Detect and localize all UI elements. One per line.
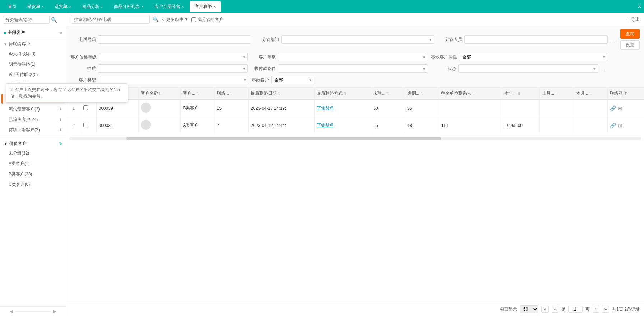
sidebar-search-icon[interactable]: 🔍 <box>51 17 57 23</box>
sidebar-item-b-class[interactable]: B类客户(33) <box>1 169 65 179</box>
col-type[interactable]: 客户... ⇅ <box>181 88 214 100</box>
close-icon[interactable]: × <box>42 4 44 9</box>
row-last-month-1 <box>540 100 574 117</box>
tab-home[interactable]: 首页 <box>3 1 22 12</box>
dept-select[interactable] <box>281 35 434 44</box>
close-icon[interactable]: × <box>101 4 103 9</box>
export-button[interactable]: ↑ 导出 <box>628 16 640 23</box>
search-button[interactable]: 🔍 <box>153 16 159 22</box>
left-arrow-icon[interactable]: ◀ <box>10 309 13 314</box>
filter-bar: 🔍 ▽ 更多条件 ▼ 我分管的客户 ↑ 导出 <box>66 13 644 26</box>
info-icon[interactable]: ℹ <box>60 117 61 122</box>
grade-label: 客户等级 <box>251 54 276 60</box>
contact-way-link[interactable]: 下销货单 <box>317 123 334 128</box>
close-icon[interactable]: × <box>213 4 216 9</box>
tab-sales-order[interactable]: 销货单 × <box>22 1 49 12</box>
per-page-select[interactable]: 50 100 200 <box>520 305 538 313</box>
right-arrow-icon[interactable]: ▶ <box>53 309 56 314</box>
arrow-icon: ▼ <box>4 141 8 146</box>
tab-product-analysis-list[interactable]: 商品分析列表 × <box>109 1 148 12</box>
col-this-year[interactable]: 本年... ⇅ <box>502 88 539 100</box>
query-button[interactable]: 查询 <box>620 29 640 39</box>
col-this-month[interactable]: 本月... ⇅ <box>574 88 607 100</box>
col-last-month[interactable]: 上月... ⇅ <box>540 88 574 100</box>
tab-product-analysis[interactable]: 商品分析 × <box>77 1 108 12</box>
sort-icon: ⇅ <box>472 91 475 95</box>
close-icon[interactable]: × <box>182 4 184 9</box>
row-last-contact-way-1[interactable]: 下销货单 <box>315 100 371 117</box>
edit-icon[interactable]: ✎ <box>59 141 62 146</box>
content-area: 🔍 ▽ 更多条件 ▼ 我分管的客户 ↑ 导出 电话号码 <box>66 13 644 316</box>
scroll-thumb[interactable] <box>126 137 441 140</box>
status-select[interactable] <box>458 64 598 73</box>
sidebar-item-c-class[interactable]: C类客户(6) <box>1 180 65 189</box>
sidebar-item-a-class[interactable]: A类客户(1) <box>1 159 65 169</box>
row-last-contact-way-2[interactable]: 下销货单 <box>315 117 371 134</box>
table-row: 2 000031 A类客户 7 2023-04-12 14:44: 下销货单 5… <box>66 117 644 134</box>
next-page-button[interactable]: › <box>593 306 599 313</box>
col-uncontacted[interactable]: 未联... ⇅ <box>371 88 405 100</box>
grid-action-icon[interactable]: ⊞ <box>618 105 622 111</box>
more-conditions-button[interactable]: ▽ 更多条件 ▼ <box>162 16 189 23</box>
close-icon[interactable]: × <box>141 4 143 9</box>
top-navigation: 首页 销货单 × 进货单 × 商品分析 × 商品分析列表 × 客户分层经营 × … <box>0 0 644 13</box>
sidebar-search-input[interactable] <box>3 16 50 24</box>
row-checkbox-2[interactable] <box>81 117 96 134</box>
prev-page-button[interactable]: ‹ <box>552 306 558 313</box>
grade-select[interactable] <box>278 53 428 61</box>
first-page-button[interactable]: « <box>541 306 549 313</box>
link-action-icon[interactable]: 🔗 <box>610 105 616 111</box>
col-last-contact-way[interactable]: 最后联络方式 ⇅ <box>315 88 371 100</box>
col-contacts[interactable]: 往来单位联系人 ⇅ <box>439 88 502 100</box>
my-customers-checkbox[interactable] <box>191 17 196 22</box>
sidebar-item-ungrouped[interactable]: 未分组(32) <box>1 148 65 158</box>
info-icon[interactable]: ℹ <box>60 107 61 112</box>
phone-input[interactable] <box>98 35 251 44</box>
value-section-title: ▼ 价值客户 ✎ <box>0 138 66 148</box>
row-action-2: 🔗 ⊞ <box>607 117 644 134</box>
sidebar-item-lost[interactable]: 已流失客户(24) ℹ <box>1 115 65 124</box>
tab-customer-contact[interactable]: 客户联络 × <box>190 1 221 12</box>
contact-way-link[interactable]: 下销货单 <box>317 105 334 110</box>
person-input[interactable] <box>464 35 608 44</box>
sidebar-all-customers-header: ■ 全部客户 » <box>0 27 66 39</box>
gender-select[interactable] <box>98 64 248 73</box>
filter-row-4: 客户类型 ▼ 零散客户 全部 ▼ <box>71 76 640 84</box>
sort-icon: ⇅ <box>386 91 389 95</box>
row-last-month-2 <box>540 117 574 134</box>
retail-customer-select[interactable]: 全部 <box>271 76 314 84</box>
sidebar-item-lost-warning[interactable]: 流失预警客户(3) ℹ <box>1 104 65 114</box>
tab-purchase-order[interactable]: 进货单 × <box>50 1 76 12</box>
settings-button[interactable]: 设置 <box>620 40 640 50</box>
more-dots-button[interactable]: ... <box>601 65 608 72</box>
link-action-icon[interactable]: 🔗 <box>610 123 616 128</box>
col-last-contact-date[interactable]: 最后联络日期 ⇅ <box>249 88 315 100</box>
horizontal-scrollbar[interactable] <box>66 134 644 143</box>
sidebar-collapse-button[interactable]: » <box>60 30 62 36</box>
row-checkbox[interactable] <box>83 123 88 127</box>
last-page-button[interactable]: » <box>602 306 610 313</box>
close-icon[interactable]: × <box>69 4 71 9</box>
dots-button[interactable]: ... <box>610 36 617 43</box>
retail-attr-select[interactable]: 全部 <box>459 53 608 61</box>
sidebar-item-7days[interactable]: 近7天待联络(0) <box>1 70 65 80</box>
row-checkbox[interactable] <box>83 105 88 110</box>
sidebar-item-tomorrow[interactable]: 明天待联络(1) <box>1 60 65 69</box>
sort-icon: ⇅ <box>589 91 592 95</box>
col-name[interactable]: 客户名称 ⇅ <box>139 88 181 100</box>
grid-action-icon[interactable]: ⊞ <box>618 123 622 128</box>
sidebar-bottom-nav[interactable]: ◀ ▶ <box>0 306 66 316</box>
search-input[interactable] <box>71 15 150 24</box>
tab-customer-tier[interactable]: 客户分层经营 × <box>149 1 189 12</box>
col-overdue[interactable]: 逾期... ⇅ <box>405 88 439 100</box>
page-number-input[interactable] <box>568 306 583 313</box>
price-level-select[interactable] <box>99 53 248 61</box>
sidebar-item-today[interactable]: 今天待联络(0) <box>1 49 65 59</box>
my-customers-checkbox-label[interactable]: 我分管的客户 <box>191 16 223 23</box>
info-icon[interactable]: ℹ <box>60 128 61 132</box>
window-close-button[interactable]: × <box>638 3 641 10</box>
avatar <box>141 120 151 130</box>
sidebar-item-declining[interactable]: 持续下滑客户(2) ℹ <box>1 125 65 135</box>
col-contact[interactable]: 联络... ⇅ <box>214 88 248 100</box>
pay-terms-select[interactable] <box>278 64 428 73</box>
